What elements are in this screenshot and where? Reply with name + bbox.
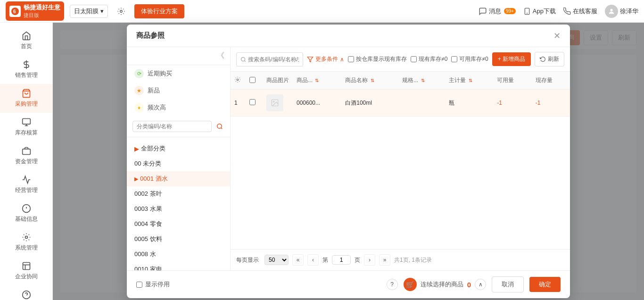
category-label-0004: 0004 零食: [134, 220, 162, 228]
cart-icon[interactable]: 🛒: [404, 278, 417, 291]
category-label-0008: 0008 水: [134, 250, 156, 258]
store-dropdown[interactable]: 日太阳膜 ▾: [70, 5, 108, 18]
category-item-all[interactable]: ▶ 全部分类: [127, 141, 230, 156]
svg-line-27: [221, 128, 222, 129]
user-name: 徐泽华: [620, 7, 638, 16]
category-item-0004[interactable]: 0004 零食: [127, 217, 230, 232]
refresh-btn[interactable]: 刷新: [535, 52, 564, 67]
show-disabled-text: 显示停用: [145, 280, 170, 289]
collapse-btn[interactable]: 《: [217, 51, 224, 61]
dialog-close-btn[interactable]: ✕: [553, 32, 561, 40]
filter-label: 更多条件: [315, 55, 338, 63]
trial-btn[interactable]: 体验行业方案: [134, 4, 184, 18]
th-checkbox[interactable]: [246, 72, 263, 90]
last-page-btn[interactable]: »: [379, 254, 390, 266]
available-label: 现有库存≠0: [419, 55, 447, 63]
sidebar-item-inventory[interactable]: 库存核算: [0, 113, 52, 142]
product-search-input[interactable]: [248, 56, 299, 63]
sidebar-label-system: 系统管理: [15, 244, 38, 252]
category-search-btn[interactable]: [215, 120, 224, 133]
td-unit: 瓶: [445, 90, 493, 117]
category-search-input[interactable]: [132, 121, 212, 132]
filter-btn[interactable]: 更多条件 ∧: [307, 55, 344, 63]
sort-icon-code: ⇅: [315, 78, 319, 83]
first-page-btn[interactable]: «: [292, 254, 304, 266]
add-product-btn[interactable]: + 新增商品: [492, 52, 531, 66]
table-row[interactable]: 1: [231, 90, 570, 117]
category-item-0005[interactable]: 0005 饮料: [127, 232, 230, 247]
page-input[interactable]: [332, 255, 351, 265]
freq-icon: ♦: [134, 103, 144, 112]
checkbox-available[interactable]: 现有库存≠0: [411, 55, 447, 63]
category-item-0008[interactable]: 0008 水: [127, 247, 230, 262]
quick-filter-freq[interactable]: ♦ 频次高: [127, 99, 230, 116]
confirm-btn[interactable]: 确定: [529, 277, 561, 292]
help-icon[interactable]: ?: [387, 279, 398, 290]
td-checkbox[interactable]: [246, 90, 263, 117]
row-checkbox[interactable]: [249, 99, 256, 105]
logo[interactable]: 6 畅捷通好生意 捷目版: [6, 1, 64, 21]
usable-checkbox[interactable]: [451, 56, 457, 62]
category-item-00[interactable]: 00 未分类: [127, 156, 230, 171]
select-all-checkbox[interactable]: [249, 77, 256, 83]
th-spec[interactable]: 规格... ⇅: [398, 72, 445, 90]
page-label: 第: [322, 256, 328, 264]
category-item-0003[interactable]: 0003 水果: [127, 201, 230, 217]
main-layout: 首页 销售管理 采购管理 库存核算 资金管理 经营管理 基础信息 系统管理: [0, 23, 644, 300]
settings-icon[interactable]: [114, 4, 129, 19]
quick-filter-new[interactable]: ★ 新品: [127, 82, 230, 99]
right-panel: 更多条件 ∧ 按仓库显示现有库存 现有库存≠0: [231, 47, 570, 270]
cart-collapse-btn[interactable]: ∧: [475, 279, 486, 290]
content-area: 查询 设置 刷新 商品参照 ✕ 《: [53, 23, 644, 300]
product-table: 商品图片 商品... ⇅ 商品名称 ⇅: [231, 72, 570, 117]
sidebar-item-home[interactable]: 首页: [0, 26, 52, 55]
td-index: 1: [231, 90, 246, 117]
sidebar-item-collab[interactable]: 企业协同: [0, 257, 52, 285]
category-label-0001: 0001 酒水: [140, 175, 168, 183]
sidebar-item-system[interactable]: 系统管理: [0, 228, 52, 257]
checkbox-warehouse[interactable]: 按仓库显示现有库存: [348, 55, 407, 63]
svg-point-26: [217, 124, 221, 128]
product-image: [266, 94, 283, 111]
svg-point-2: [120, 10, 123, 12]
product-search-box[interactable]: [236, 52, 303, 67]
per-page-select[interactable]: 50 100 200: [264, 255, 289, 265]
th-code[interactable]: 商品... ⇅: [293, 72, 341, 90]
sidebar-item-guide[interactable]: 新手引导: [0, 285, 52, 300]
category-label-0010: 0010 家电: [134, 265, 162, 270]
cart-label: 连续选择的商品: [421, 280, 463, 289]
sidebar-item-info[interactable]: 基础信息: [0, 199, 52, 228]
next-page-btn[interactable]: ›: [364, 254, 375, 266]
user-item[interactable]: 徐泽华: [605, 5, 638, 18]
online-service-item[interactable]: 在线客服: [563, 7, 597, 16]
sidebar-item-sales[interactable]: 销售管理: [0, 55, 52, 84]
app-download-item[interactable]: App下载: [523, 7, 556, 16]
store-name: 日太阳膜: [74, 7, 99, 16]
checkbox-usable[interactable]: 可用库存≠0: [451, 55, 488, 63]
quick-filter-recent[interactable]: ⟳ 近期购买: [127, 65, 230, 82]
category-item-0010[interactable]: 0010 家电: [127, 262, 230, 270]
category-item-0001[interactable]: ▶ 0001 酒水: [127, 171, 230, 186]
dialog-header: 商品参照 ✕: [127, 25, 570, 47]
sidebar-label-management: 经营管理: [15, 186, 38, 194]
online-service-label: 在线客服: [573, 7, 597, 16]
sidebar-item-management[interactable]: 经营管理: [0, 170, 52, 199]
available-checkbox[interactable]: [411, 56, 417, 62]
th-unit[interactable]: 主计量 ⇅: [445, 72, 493, 90]
messages-item[interactable]: 消息 99+: [479, 7, 516, 16]
svg-point-15: [25, 236, 27, 239]
svg-rect-8: [22, 119, 30, 125]
sidebar-item-finance[interactable]: 资金管理: [0, 142, 52, 170]
show-disabled-label[interactable]: 显示停用: [136, 280, 170, 289]
category-item-0002[interactable]: 0002 茶叶: [127, 186, 230, 201]
warehouse-checkbox[interactable]: [348, 56, 354, 62]
show-disabled-checkbox[interactable]: [136, 282, 142, 288]
sidebar-item-purchase[interactable]: 采购管理: [0, 84, 52, 113]
svg-line-29: [244, 60, 245, 61]
category-label-0005: 0005 饮料: [134, 235, 162, 243]
cancel-btn[interactable]: 取消: [492, 276, 524, 292]
prev-page-btn[interactable]: ‹: [307, 254, 319, 266]
table-container: 商品图片 商品... ⇅ 商品名称 ⇅: [231, 72, 570, 249]
recent-icon: ⟳: [134, 69, 144, 78]
th-name[interactable]: 商品名称 ⇅: [341, 72, 398, 90]
